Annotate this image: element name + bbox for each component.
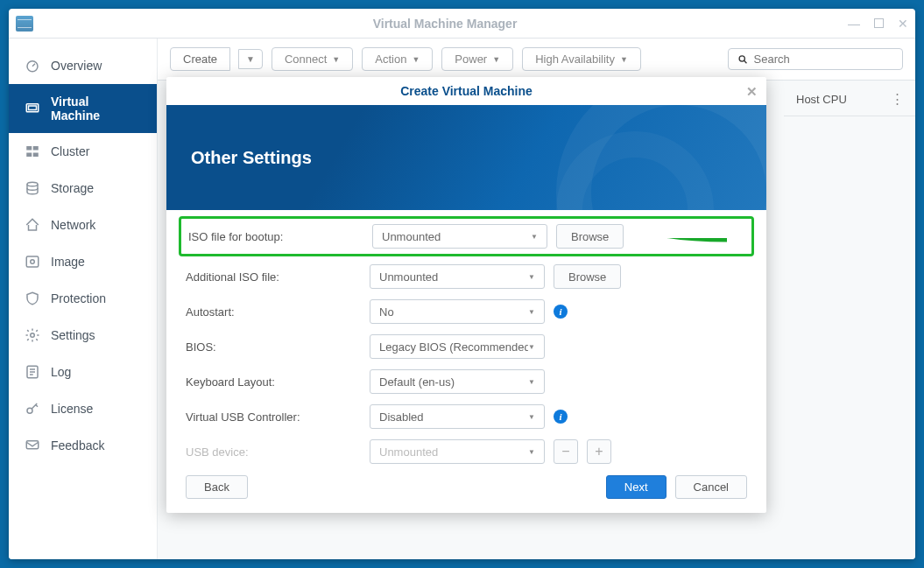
keyboard-label: Keyboard Layout: [186,375,361,389]
vm-icon [25,101,40,116]
remove-usb-button[interactable]: − [554,439,578,464]
chevron-down-icon: ▼ [528,273,535,281]
sidebar-item-cluster[interactable]: Cluster [9,133,157,170]
row-usb-device: USB device: Unmounted▼ − + [186,434,747,465]
chevron-down-icon: ▼ [528,343,535,351]
sidebar-item-virtual-machine[interactable]: Virtual Machine [9,84,157,133]
column-menu-icon[interactable]: ⋮ [891,91,903,107]
sidebar-item-image[interactable]: Image [9,243,157,280]
chevron-down-icon: ▼ [528,378,535,386]
image-icon [25,254,40,270]
dialog-hero: Other Settings [166,105,766,210]
svg-point-12 [27,408,32,413]
iso-bootup-select[interactable]: Unmounted▼ [372,224,547,249]
key-icon [25,401,40,417]
bios-label: BIOS: [186,340,361,354]
add-usb-button[interactable]: + [587,439,611,464]
sidebar-item-label: Cluster [51,144,89,158]
iso-additional-select[interactable]: Unmounted▼ [370,264,545,289]
sidebar-item-network[interactable]: Network [9,207,157,243]
svg-point-14 [739,55,744,60]
iso-bootup-browse-button[interactable]: Browse [556,224,624,249]
maximize-icon[interactable] [874,18,884,28]
row-keyboard: Keyboard Layout: Default (en-us)▼ [186,364,747,399]
next-button[interactable]: Next [606,475,667,499]
info-icon[interactable]: i [554,305,568,319]
feedback-icon [25,438,40,453]
ha-button[interactable]: High Availability▼ [522,47,641,71]
sidebar-item-license[interactable]: License [9,390,157,427]
svg-rect-13 [26,441,39,449]
log-icon [25,364,40,380]
svg-rect-3 [26,146,32,151]
sidebar-item-label: Settings [51,328,95,342]
chevron-down-icon: ▼ [412,55,420,64]
sidebar-item-label: Feedback [51,438,104,452]
sidebar: Overview Virtual Machine Cluster Storage… [9,39,158,559]
power-button[interactable]: Power▼ [441,47,513,71]
gauge-icon [25,58,40,74]
create-button[interactable]: Create [170,47,230,71]
row-iso-bootup: ISO file for bootup: Unmounted▼ Browse [179,216,754,256]
create-dropdown[interactable]: ▼ [238,49,263,69]
svg-rect-6 [33,153,39,158]
svg-point-10 [31,333,35,338]
chevron-down-icon: ▼ [332,55,340,64]
dialog-close-icon[interactable]: ✕ [746,84,758,100]
minimize-icon[interactable]: — [848,17,860,31]
sidebar-item-overview[interactable]: Overview [9,47,157,84]
chevron-down-icon: ▼ [528,448,535,456]
autostart-label: Autostart: [186,305,361,319]
dialog-heading: Other Settings [191,148,312,168]
close-icon[interactable]: ✕ [898,17,908,31]
chevron-down-icon: ▼ [528,308,535,316]
sidebar-item-feedback[interactable]: Feedback [9,427,157,464]
search-field[interactable] [728,48,903,70]
row-bios: BIOS: Legacy BIOS (Recommended)▼ [186,329,747,364]
sidebar-item-label: Log [51,365,71,379]
action-button[interactable]: Action▼ [362,47,433,71]
cancel-button[interactable]: Cancel [675,475,747,499]
sidebar-item-label: Network [51,218,95,232]
app-icon [16,16,33,32]
column-host-cpu[interactable]: Host CPU ⋮ [784,82,915,116]
row-usb-controller: Virtual USB Controller: Disabled▼ i [186,399,747,434]
sidebar-item-label: Protection [51,291,106,305]
svg-point-7 [27,182,38,186]
usbdev-select: Unmounted▼ [370,439,545,464]
app-window: Virtual Machine Manager — ✕ Overview Vir… [9,9,915,559]
create-vm-dialog: Create Virtual Machine ✕ Other Settings … [166,77,766,513]
chevron-down-icon: ▼ [492,55,500,64]
sidebar-item-label: Overview [51,59,102,73]
iso-additional-browse-button[interactable]: Browse [554,264,621,289]
info-icon[interactable]: i [554,410,568,424]
keyboard-select[interactable]: Default (en-us)▼ [370,369,545,394]
dialog-body: ISO file for bootup: Unmounted▼ Browse A… [166,210,766,465]
usbdev-label: USB device: [186,445,361,459]
usbctrl-label: Virtual USB Controller: [186,410,361,424]
usbctrl-select[interactable]: Disabled▼ [370,404,545,429]
chevron-down-icon: ▼ [620,55,628,64]
search-icon [737,53,749,66]
sidebar-item-protection[interactable]: Protection [9,280,157,317]
back-button[interactable]: Back [186,475,248,499]
row-autostart: Autostart: No▼ i [186,294,747,329]
chevron-down-icon: ▼ [528,413,535,421]
window-title: Virtual Machine Manager [42,17,848,31]
connect-button[interactable]: Connect▼ [272,47,353,71]
sidebar-item-storage[interactable]: Storage [9,170,157,207]
svg-rect-5 [26,153,32,158]
sidebar-item-log[interactable]: Log [9,354,157,390]
network-icon [25,217,40,233]
sidebar-item-label: Image [51,255,85,269]
bios-select[interactable]: Legacy BIOS (Recommended)▼ [370,334,545,359]
sidebar-item-label: Storage [51,181,94,195]
storage-icon [25,180,40,196]
sidebar-item-label: Virtual Machine [51,95,141,123]
row-iso-additional: Additional ISO file: Unmounted▼ Browse [186,259,747,294]
search-input[interactable] [754,53,893,66]
autostart-select[interactable]: No▼ [370,299,545,324]
sidebar-item-settings[interactable]: Settings [9,317,157,354]
chevron-down-icon: ▼ [531,233,538,241]
svg-rect-2 [29,106,37,110]
